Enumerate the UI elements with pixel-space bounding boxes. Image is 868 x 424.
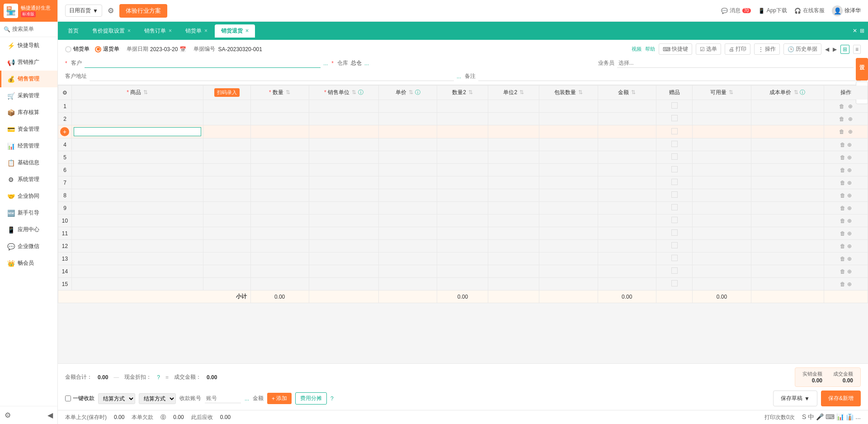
- gift-checkbox[interactable]: [671, 115, 678, 121]
- row-cost[interactable]: [751, 113, 824, 125]
- one-click-payment[interactable]: 一键收款: [65, 395, 94, 402]
- delete-icon[interactable]: 🗑: [840, 230, 845, 237]
- next-record-btn[interactable]: ▶: [833, 46, 837, 52]
- copy-icon[interactable]: ⊕: [847, 142, 852, 148]
- delete-icon[interactable]: 🗑: [840, 268, 845, 275]
- row-gift[interactable]: [656, 125, 693, 138]
- tab-sales[interactable]: 销货单 ×: [179, 24, 214, 38]
- sidebar-item-marketing[interactable]: 📢 营销推广: [0, 54, 57, 71]
- add-row-button[interactable]: +: [60, 127, 69, 136]
- row-qty2[interactable]: [437, 113, 488, 125]
- app-download-btn[interactable]: 📱 App下载: [758, 7, 787, 14]
- note-input[interactable]: [478, 71, 861, 81]
- maximize-icon[interactable]: ⊞: [860, 28, 864, 34]
- sidebar-item-inventory[interactable]: 📦 库存核算: [0, 104, 57, 121]
- select-btn[interactable]: ☑ 选单: [696, 43, 721, 55]
- copy-icon[interactable]: ⊕: [848, 129, 853, 135]
- row-product[interactable]: [72, 113, 203, 125]
- row-amount[interactable]: [598, 125, 656, 138]
- row-unit[interactable]: [309, 125, 379, 138]
- row-unit2[interactable]: [488, 113, 539, 125]
- tool-icon-6[interactable]: 👔: [846, 413, 854, 421]
- delete-icon[interactable]: 🗑: [840, 142, 845, 148]
- gift-checkbox[interactable]: [671, 280, 678, 286]
- video-link[interactable]: 视频: [632, 46, 642, 52]
- delete-icon[interactable]: 🗑: [840, 281, 845, 287]
- split-help-icon[interactable]: ?: [330, 395, 334, 402]
- sidebar-item-finance[interactable]: 💳 资金管理: [0, 121, 57, 138]
- row-cost[interactable]: [751, 125, 824, 138]
- message-btn[interactable]: 💬 消息 70: [721, 7, 751, 14]
- row-pack[interactable]: [539, 125, 598, 138]
- sort-icon[interactable]: ⇅: [519, 89, 524, 95]
- delete-icon[interactable]: 🗑: [839, 129, 844, 135]
- delete-icon[interactable]: 🗑: [840, 256, 845, 262]
- one-click-checkbox[interactable]: [65, 395, 71, 401]
- sort-icon[interactable]: ⇅: [143, 89, 148, 95]
- gear-icon[interactable]: ⚙: [62, 90, 67, 96]
- account-dots[interactable]: ...: [245, 395, 249, 402]
- copy-icon[interactable]: ⊕: [847, 243, 852, 249]
- radio-sales[interactable]: 销货单: [65, 45, 90, 53]
- customer-input[interactable]: [85, 58, 321, 68]
- sort-icon[interactable]: ⇅: [578, 89, 583, 95]
- settlement-select[interactable]: 结算方式: [98, 393, 135, 404]
- sort-icon[interactable]: ⇅: [352, 89, 356, 95]
- settings-icon[interactable]: ⚙: [5, 411, 11, 419]
- history-btn[interactable]: 🕒 历史单据: [783, 43, 821, 55]
- gift-checkbox[interactable]: [671, 255, 678, 261]
- delete-icon[interactable]: 🗑: [840, 167, 845, 173]
- row-price[interactable]: [379, 113, 437, 125]
- tab-close-icon[interactable]: ×: [245, 28, 249, 34]
- row-unit2[interactable]: [488, 125, 539, 138]
- grid-view-btn[interactable]: ⊞: [840, 45, 849, 54]
- gift-checkbox[interactable]: [671, 166, 678, 172]
- gift-checkbox[interactable]: [671, 229, 678, 236]
- row-qty2[interactable]: [437, 100, 488, 113]
- copy-icon[interactable]: ⊕: [847, 268, 852, 275]
- row-unit[interactable]: [309, 113, 379, 125]
- sidebar-item-enterprise[interactable]: 🤝 企业协同: [0, 188, 57, 205]
- tab-home[interactable]: 首页: [61, 24, 85, 38]
- copy-icon[interactable]: ⊕: [847, 256, 852, 262]
- row-unit2[interactable]: [488, 100, 539, 113]
- delete-icon[interactable]: 🗑: [840, 243, 845, 249]
- tab-close-icon[interactable]: ×: [127, 28, 131, 34]
- tab-sales-return[interactable]: 销货退货 ×: [215, 24, 255, 38]
- row-pack[interactable]: [539, 113, 598, 125]
- sort-icon[interactable]: ⇅: [631, 89, 636, 95]
- tab-sales-order[interactable]: 销售订单 ×: [138, 24, 178, 38]
- help-icon[interactable]: ?: [157, 374, 160, 381]
- sidebar-item-system[interactable]: ⚙ 系统管理: [0, 171, 57, 188]
- sidebar-item-vip[interactable]: 👑 畅会员: [0, 255, 57, 272]
- row-price[interactable]: [379, 100, 437, 113]
- row-pack[interactable]: [539, 100, 598, 113]
- gift-checkbox[interactable]: [671, 141, 678, 147]
- delete-icon[interactable]: 🗑: [839, 103, 844, 110]
- tool-icon-4[interactable]: ⌨: [826, 413, 835, 421]
- list-view-btn[interactable]: ≡: [853, 45, 861, 54]
- gift-checkbox[interactable]: [671, 153, 678, 160]
- print-btn[interactable]: 🖨 打印: [725, 43, 750, 55]
- delete-icon[interactable]: 🗑: [840, 205, 845, 211]
- row-qty[interactable]: [250, 100, 309, 113]
- sort-icon[interactable]: ⇅: [409, 89, 413, 95]
- gift-checkbox[interactable]: [671, 128, 678, 134]
- delete-icon[interactable]: 🗑: [839, 116, 844, 122]
- gift-checkbox[interactable]: [671, 179, 678, 185]
- delete-icon[interactable]: 🗑: [840, 154, 845, 161]
- calendar-icon[interactable]: 📅: [179, 46, 186, 52]
- row-price[interactable]: [379, 125, 437, 138]
- row-qty[interactable]: [250, 125, 309, 138]
- sidebar-item-purchase[interactable]: 🛒 采购管理: [0, 87, 57, 104]
- row-unit[interactable]: [309, 100, 379, 113]
- sidebar-search[interactable]: 🔍 搜索菜单: [0, 22, 57, 37]
- settings-gear-icon[interactable]: ⚙: [108, 6, 114, 15]
- address-input[interactable]: [90, 71, 454, 81]
- copy-icon[interactable]: ⊕: [847, 205, 852, 211]
- copy-icon[interactable]: ⊕: [847, 281, 852, 287]
- help-link[interactable]: 帮助: [645, 46, 655, 52]
- tab-price-settings[interactable]: 售价提取设置 ×: [86, 24, 137, 38]
- gift-checkbox[interactable]: [671, 102, 678, 109]
- copy-icon[interactable]: ⊕: [847, 167, 852, 173]
